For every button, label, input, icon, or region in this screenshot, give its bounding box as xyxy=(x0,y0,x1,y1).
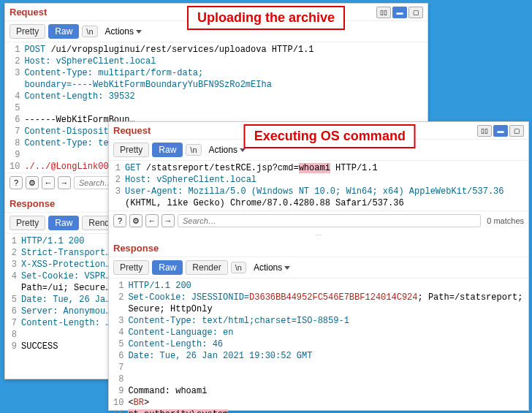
actions-dropdown[interactable]: Actions xyxy=(205,143,250,156)
gutter: 1 2 3 4 5 6 7 8 9 xyxy=(5,235,21,352)
panel-exec: Request ▯▯ ▬ ▢ Pretty Raw \n Actions 1 2… xyxy=(108,121,529,411)
response-title: Response xyxy=(10,198,55,209)
tab-pretty[interactable]: Pretty xyxy=(113,260,149,275)
tab-raw[interactable]: Raw xyxy=(152,260,183,275)
prev-icon[interactable]: ← xyxy=(42,176,55,189)
request-bottombar-2: ? ⚙ ← → 0 matches xyxy=(109,211,528,230)
code-lines: HTTP/1.1 200 Set-Cookie: JSESSIONID=D363… xyxy=(128,280,528,413)
next-icon[interactable]: → xyxy=(162,214,175,227)
view-split-h-icon[interactable]: ▯▯ xyxy=(376,7,391,18)
help-icon[interactable]: ? xyxy=(113,214,126,227)
banner-upload: Uploading the archive xyxy=(187,6,345,30)
request-title: Request xyxy=(10,7,47,18)
gutter: 1 2 3 4 5 6 7 8 9 10 11 12 13 14 xyxy=(109,280,128,413)
tab-pretty[interactable]: Pretty xyxy=(10,24,45,39)
help-icon[interactable]: ? xyxy=(10,176,23,189)
tab-raw[interactable]: Raw xyxy=(152,143,183,157)
response-toolbar-2: Pretty Raw Render \n Actions xyxy=(109,257,528,279)
tab-newline[interactable]: \n xyxy=(82,26,97,37)
view-split-v-icon[interactable]: ▬ xyxy=(392,7,407,18)
gutter: 1 2 3 4 xyxy=(109,162,125,209)
tab-raw[interactable]: Raw xyxy=(48,216,79,230)
view-single-icon[interactable]: ▢ xyxy=(509,125,524,137)
gear-icon[interactable]: ⚙ xyxy=(26,176,39,189)
view-buttons-2: ▯▯ ▬ ▢ xyxy=(477,125,524,137)
next-icon[interactable]: → xyxy=(58,176,71,189)
response-title: Response xyxy=(113,243,159,254)
gutter: 1 2 3 4 5 6 7 8 9 10 xyxy=(5,44,24,171)
actions-label: Actions xyxy=(209,145,238,155)
actions-label: Actions xyxy=(105,26,134,37)
prev-icon[interactable]: ← xyxy=(145,214,159,227)
request-body-2[interactable]: 1 2 3 4 GET /statsreport/testRCE.jsp?cmd… xyxy=(109,161,528,211)
gear-icon[interactable]: ⚙ xyxy=(129,214,142,227)
tab-newline[interactable]: \n xyxy=(186,144,201,156)
match-count: 0 matches xyxy=(484,216,524,225)
banner-exec: Executing OS command xyxy=(244,124,416,148)
tab-render[interactable]: Render xyxy=(186,260,227,275)
request-title: Request xyxy=(113,125,151,136)
actions-dropdown[interactable]: Actions xyxy=(101,25,146,38)
view-buttons-1: ▯▯ ▬ ▢ xyxy=(376,7,423,18)
tab-raw[interactable]: Raw xyxy=(48,24,79,39)
search-input-2[interactable] xyxy=(178,214,481,227)
tab-pretty[interactable]: Pretty xyxy=(10,216,45,230)
tab-newline[interactable]: \n xyxy=(231,262,246,273)
actions-dropdown[interactable]: Actions xyxy=(249,261,294,274)
code-lines: GET /statsreport/testRCE.jsp?cmd=whoami … xyxy=(125,162,528,209)
actions-label: Actions xyxy=(254,262,282,273)
view-split-h-icon[interactable]: ▯▯ xyxy=(477,125,492,137)
tab-pretty[interactable]: Pretty xyxy=(113,143,149,157)
response-body-2[interactable]: 1 2 3 4 5 6 7 8 9 10 11 12 13 14 HTTP/1.… xyxy=(109,279,528,413)
view-single-icon[interactable]: ▢ xyxy=(408,7,423,18)
divider-dots: ⋯ xyxy=(109,230,528,240)
response-header-2: Response xyxy=(109,240,528,257)
view-split-v-icon[interactable]: ▬ xyxy=(493,125,508,137)
